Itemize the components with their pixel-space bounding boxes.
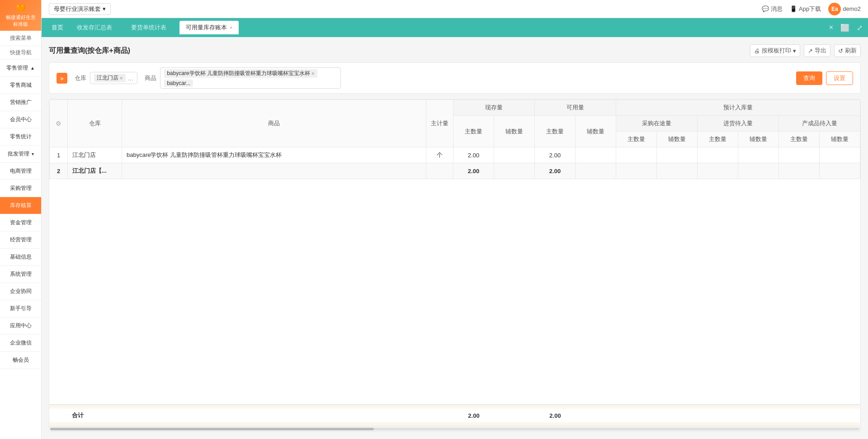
sidebar-item-label: 采购管理 xyxy=(10,184,32,192)
footer-table: 合计 2.00 2.00 xyxy=(49,409,860,422)
scrollbar-track[interactable] xyxy=(50,428,859,430)
sidebar-item-system[interactable]: 系统管理 xyxy=(0,266,41,283)
sidebar-item-ecommerce[interactable]: 电商管理 xyxy=(0,163,41,180)
sidebar-item-member-center[interactable]: 会员中心 xyxy=(0,111,41,128)
sidebar-item-new-guide[interactable]: 新手引导 xyxy=(0,300,41,317)
product-tag-1-text: babycare学饮杯 儿童防摔防撞吸管杯重力球吸嘴杯宝宝水杯 xyxy=(167,70,310,77)
subtotal-warehouse: 江北门店【... xyxy=(68,163,122,179)
sidebar-item-label: 系统管理 xyxy=(10,270,32,278)
subtotal-product xyxy=(122,163,426,179)
tab-close-icon[interactable]: × xyxy=(230,25,232,30)
product-filter-value[interactable]: babycare学饮杯 儿童防摔防撞吸管杯重力球吸嘴杯宝宝水杯 × babyca… xyxy=(160,67,341,89)
close-all-tabs-button[interactable]: × xyxy=(827,22,835,33)
print-button[interactable]: 🖨 按模板打印 ▾ xyxy=(750,44,800,57)
footer-empty-1 xyxy=(49,409,67,422)
th-settings[interactable]: ⚙ xyxy=(50,100,68,147)
tab-receive-send[interactable]: 收发存汇总表 × xyxy=(71,21,124,34)
table-footer: 合计 2.00 2.00 xyxy=(49,404,860,426)
warehouse-filter-field: 仓库 江北门店 × ... xyxy=(75,72,137,84)
subtotal-unit xyxy=(426,163,453,179)
settings-button[interactable]: 设置 xyxy=(826,71,853,85)
page-content: 可用量查询(按仓库+商品) 🖨 按模板打印 ▾ ↗ 导出 ↺ 刷新 xyxy=(42,37,868,439)
sidebar-item-vip-member[interactable]: 畅会员 xyxy=(0,352,41,369)
subtotal-arriving-aux xyxy=(738,163,779,179)
tab-close-icon[interactable]: × xyxy=(169,25,172,30)
expand-window-button[interactable]: ⤢ xyxy=(855,22,864,34)
sidebar-item-label: 应用中心 xyxy=(10,322,32,330)
tab-available-stock[interactable]: 可用量库存账本 × xyxy=(179,21,239,34)
footer-empty-10 xyxy=(779,409,820,422)
gear-icon[interactable]: ⚙ xyxy=(56,120,61,127)
app-download-button[interactable]: 📱 App下载 xyxy=(790,5,821,13)
sidebar-item-label: 电商管理 xyxy=(10,167,32,175)
tab-home[interactable]: 首页 xyxy=(45,21,70,34)
refresh-button[interactable]: ↺ 刷新 xyxy=(834,44,861,57)
footer-empty-4 xyxy=(494,409,535,422)
th-stock-aux-qty: 辅数量 xyxy=(494,116,535,147)
sidebar-item-label: 畅会员 xyxy=(13,356,29,364)
scrollbar-thumb[interactable] xyxy=(50,428,374,430)
tab-order-stats[interactable]: 要货单统计表 × xyxy=(125,21,178,34)
product-tag-2[interactable]: babycar... xyxy=(164,80,193,87)
horizontal-scrollbar[interactable] xyxy=(49,426,860,431)
row-warehouse: 江北门店 xyxy=(68,147,122,163)
restore-window-button[interactable]: ⬜ xyxy=(839,22,851,34)
sidebar-item-finance[interactable]: 资金管理 xyxy=(0,214,41,231)
row-purchase-aux xyxy=(657,147,698,163)
filter-toggle-button[interactable]: » xyxy=(57,73,67,84)
sidebar-item-enterprise-collab[interactable]: 企业协同 xyxy=(0,283,41,300)
th-purchase-in: 采购在途量 xyxy=(616,116,698,132)
footer-empty-6 xyxy=(616,409,657,422)
query-button[interactable]: 查询 xyxy=(796,71,822,85)
th-production-in: 产成品待入量 xyxy=(779,116,860,132)
industry-selector[interactable]: 母婴行业演示账套 ▾ xyxy=(49,3,111,15)
product-tag-1[interactable]: babycare学饮杯 儿童防摔防撞吸管杯重力球吸嘴杯宝宝水杯 × xyxy=(164,69,317,78)
sidebar-item-purchase[interactable]: 采购管理 xyxy=(0,180,41,197)
topbar-right: 💬 消息 📱 App下载 Ea demo2 xyxy=(762,3,861,15)
th-current-stock: 现存量 xyxy=(453,100,535,116)
th-production-main: 主数量 xyxy=(779,132,820,147)
page-actions: 🖨 按模板打印 ▾ ↗ 导出 ↺ 刷新 xyxy=(750,44,861,57)
product-tag-1-remove[interactable]: × xyxy=(311,71,315,77)
logo-line2: 标准版 xyxy=(3,21,38,27)
sidebar-item-retail-stats[interactable]: 零售统计 xyxy=(0,128,41,146)
message-button[interactable]: 💬 消息 xyxy=(762,5,783,13)
logo-line1: 畅捷通好生意 xyxy=(3,14,38,20)
sidebar-search-menu[interactable]: 搜索菜单 xyxy=(0,31,41,46)
warehouse-tag[interactable]: 江北门店 × xyxy=(94,74,126,82)
table-wrapper[interactable]: ⚙ 仓库 商品 主计量 现存量 可用量 预计入库量 主数量 辅数量 xyxy=(49,99,860,404)
sidebar-item-label: 经营管理 xyxy=(10,236,32,244)
sidebar-item-retail-mall[interactable]: 零售商城 xyxy=(0,77,41,94)
sidebar-item-label: 零售商城 xyxy=(10,81,32,89)
th-available: 可用量 xyxy=(535,100,616,116)
export-button[interactable]: ↗ 导出 xyxy=(804,44,830,57)
sidebar-item-inventory[interactable]: 库存核算 xyxy=(0,197,41,214)
sidebar-item-basic-info[interactable]: 基础信息 xyxy=(0,249,41,266)
warehouse-filter-more-icon[interactable]: ... xyxy=(127,74,133,82)
user-profile-button[interactable]: Ea demo2 xyxy=(828,3,861,15)
sidebar-quick-nav[interactable]: 快捷导航 xyxy=(0,46,41,60)
sidebar-item-label: 零售统计 xyxy=(10,133,32,141)
sidebar-logo[interactable]: 🧡 畅捷通好生意 标准版 xyxy=(0,0,41,31)
row-arriving-main xyxy=(698,147,738,163)
dropdown-icon: ▾ xyxy=(103,5,106,12)
th-arriving-aux: 辅数量 xyxy=(738,132,779,147)
sidebar-item-app-center[interactable]: 应用中心 xyxy=(0,317,41,335)
sidebar-item-wholesale-mgmt[interactable]: 批发管理 ▾ xyxy=(0,146,41,163)
warehouse-filter-value[interactable]: 江北门店 × ... xyxy=(90,72,137,84)
product-filter-label: 商品 xyxy=(145,74,156,82)
th-warehouse: 仓库 xyxy=(68,100,122,147)
sidebar-item-operations[interactable]: 经营管理 xyxy=(0,231,41,249)
warehouse-tag-remove[interactable]: × xyxy=(120,75,123,81)
sidebar-item-marketing[interactable]: 营销推广 xyxy=(0,94,41,111)
export-label: 导出 xyxy=(815,47,826,55)
sidebar-item-retail-mgmt[interactable]: 零售管理 ▲ xyxy=(0,60,41,77)
subtotal-purchase-aux xyxy=(657,163,698,179)
topbar-left: 母婴行业演示账套 ▾ xyxy=(49,3,111,15)
th-forecast-in: 预计入库量 xyxy=(616,100,860,116)
tab-close-icon[interactable]: × xyxy=(115,25,118,30)
app-download-label: App下载 xyxy=(799,5,821,13)
page-title: 可用量查询(按仓库+商品) xyxy=(49,46,130,56)
sidebar-item-wechat-work[interactable]: 企业微信 xyxy=(0,335,41,352)
message-icon: 💬 xyxy=(762,5,769,12)
